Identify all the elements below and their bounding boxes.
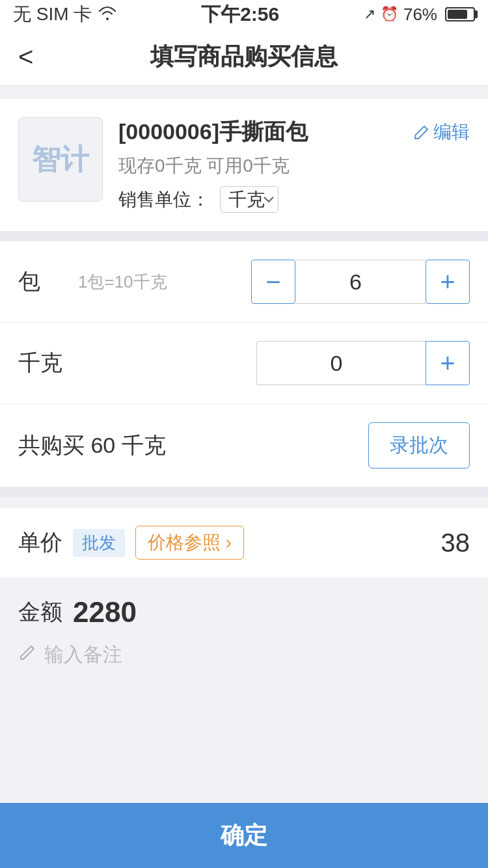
price-reference-button[interactable]: 价格参照 › — [135, 526, 244, 560]
amount-value: 2280 — [73, 596, 137, 629]
battery-icon — [445, 7, 475, 21]
divider-1 — [0, 231, 488, 241]
page-title: 填写商品购买信息 — [150, 41, 338, 73]
carrier-label: 无 SIM 卡 — [13, 2, 92, 27]
battery-label: 76% — [403, 5, 437, 25]
product-name: [0000006]手撕面包 — [118, 117, 308, 147]
edit-button[interactable]: 编辑 — [414, 120, 470, 144]
pack-row: 包 1包=10千克 − + — [0, 241, 488, 323]
pencil-icon — [18, 644, 36, 666]
status-bar: 无 SIM 卡 下午2:56 ↗ ⏰ 76% — [0, 0, 488, 29]
price-label: 单价 — [18, 528, 62, 558]
pack-plus-button[interactable]: + — [426, 260, 470, 304]
pack-sublabel: 1包=10千克 — [78, 271, 251, 293]
price-badge: 批发 — [73, 529, 125, 557]
unit-select[interactable]: 千克 包 — [220, 186, 278, 213]
total-label: 共购买 60 千克 — [18, 431, 166, 461]
amount-row: 金额 2280 — [18, 596, 470, 629]
location-icon: ↗ — [364, 6, 375, 23]
product-thumbnail: 智计 — [18, 117, 103, 202]
alarm-icon: ⏰ — [381, 6, 398, 23]
kg-label: 千克 — [18, 348, 70, 378]
price-row: 单价 批发 价格参照 › 38 — [18, 526, 470, 560]
amount-label: 金额 — [18, 597, 62, 627]
price-value: 38 — [441, 528, 470, 558]
confirm-button[interactable]: 确定 — [0, 803, 488, 868]
price-section: 单价 批发 价格参照 › 38 — [0, 508, 488, 578]
total-row: 共购买 60 千克 录批次 — [0, 404, 488, 487]
pack-qty-input[interactable] — [295, 260, 426, 304]
header: < 填写商品购买信息 — [0, 29, 488, 86]
divider-2 — [0, 487, 488, 497]
back-button[interactable]: < — [18, 42, 33, 72]
pack-section: 包 1包=10千克 − + 千克 + — [0, 241, 488, 404]
amount-section: 金额 2280 输入备注 — [0, 578, 488, 677]
unit-label: 销售单位： — [118, 187, 210, 212]
kg-row: 千克 + — [0, 323, 488, 404]
kg-plus-button[interactable]: + — [426, 341, 470, 385]
product-card: 智计 [0000006]手撕面包 编辑 现存0千克 可用0千克 销售单位： 千克… — [0, 99, 488, 231]
pack-label: 包 — [18, 267, 70, 297]
status-time: 下午2:56 — [201, 1, 279, 28]
pack-qty-control: − + — [251, 260, 470, 304]
product-stock: 现存0千克 可用0千克 — [118, 154, 470, 178]
wifi-icon — [98, 4, 116, 25]
product-info: [0000006]手撕面包 编辑 现存0千克 可用0千克 销售单位： 千克 包 — [118, 117, 470, 213]
note-row: 输入备注 — [18, 642, 470, 668]
pack-minus-button[interactable]: − — [251, 260, 295, 304]
record-batch-button[interactable]: 录批次 — [368, 422, 470, 468]
note-placeholder[interactable]: 输入备注 — [44, 642, 122, 668]
kg-qty-input[interactable] — [256, 341, 426, 385]
kg-qty-control: + — [256, 341, 470, 385]
